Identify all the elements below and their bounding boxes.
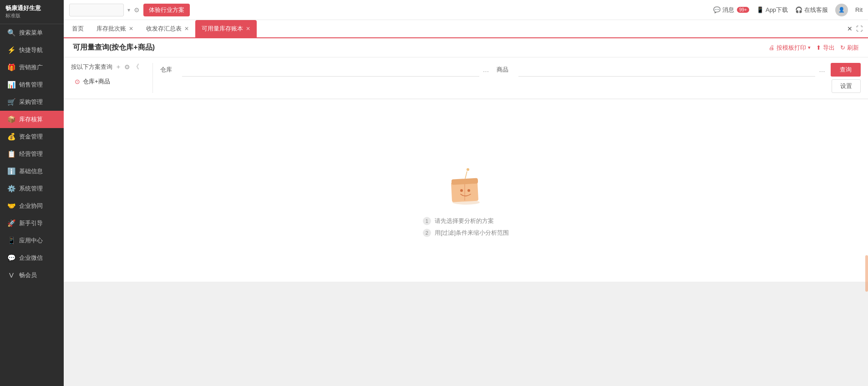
app-icon: 📱 xyxy=(756,6,764,13)
username[interactable]: Rit xyxy=(855,6,863,13)
sidebar-item-operation[interactable]: 📋经营管理 xyxy=(0,145,64,163)
filter-warehouse-field: 仓库 … xyxy=(160,63,489,77)
tab-batch-close-icon[interactable]: ✕ xyxy=(129,26,133,32)
tab-batch[interactable]: 库存批次账 ✕ xyxy=(90,20,140,38)
service-button[interactable]: 🎧 在线客服 xyxy=(795,6,828,14)
topbar-right: 💬 消息 99+ 📱 App下载 🎧 在线客服 👤 Rit xyxy=(713,4,863,16)
empty-state: 1 请先选择要分析的方案 2 用[过滤]条件来缩小分析范围 xyxy=(64,99,868,282)
sidebar-icon-finance: 💰 xyxy=(7,133,15,141)
print-label: 按模板打印 xyxy=(777,44,806,52)
brand-version: 标准版 xyxy=(5,12,58,19)
hint-num-1: 1 xyxy=(423,217,431,225)
sidebar-item-finance[interactable]: 💰资金管理 xyxy=(0,128,64,145)
add-scheme-icon[interactable]: ＋ xyxy=(115,63,122,71)
svg-point-5 xyxy=(467,189,470,192)
product-input[interactable] xyxy=(518,63,816,77)
window-close-icon[interactable]: ✕ xyxy=(847,25,853,32)
sidebar-label-marketing: 营销推广 xyxy=(19,63,43,72)
service-label: 在线客服 xyxy=(804,6,828,14)
scheme-item[interactable]: ⊙ 仓库+商品 xyxy=(71,75,147,88)
svg-line-6 xyxy=(465,171,467,179)
settings-scheme-icon[interactable]: ⚙ xyxy=(124,63,130,71)
export-btn[interactable]: ⬆ 导出 xyxy=(816,44,835,52)
topbar-gear-icon[interactable]: ⚙ xyxy=(134,6,140,14)
scroll-handle[interactable] xyxy=(865,255,868,292)
avatar[interactable]: 👤 xyxy=(835,4,848,16)
sidebar-label-guide: 新手引导 xyxy=(19,219,43,227)
empty-illustration xyxy=(443,162,489,208)
app-label: App下载 xyxy=(766,6,788,14)
app-download-button[interactable]: 📱 App下载 xyxy=(756,6,788,14)
sidebar-item-sales[interactable]: 📊销售管理 xyxy=(0,76,64,93)
sidebar-item-member[interactable]: V畅会员 xyxy=(0,267,64,284)
page-title: 可用量查询(按仓库+商品) xyxy=(73,43,155,52)
page-header: 可用量查询(按仓库+商品) 🖨 按模板打印 ▾ ⬆ 导出 ↻ 刷新 xyxy=(64,38,868,57)
sidebar-icon-sales: 📊 xyxy=(7,81,15,89)
sidebar-item-guide[interactable]: 🚀新手引导 xyxy=(0,215,64,232)
tab-home[interactable]: 首页 xyxy=(66,20,90,38)
window-maximize-icon[interactable]: ⛶ xyxy=(856,25,863,32)
topbar: ▾ ⚙ 体验行业方案 💬 消息 99+ 📱 App下载 🎧 在线客服 👤 Rit xyxy=(64,0,868,20)
filter-fields: 仓库 … 商品 … xyxy=(153,63,825,93)
sidebar-item-purchase[interactable]: 🛒采购管理 xyxy=(0,93,64,111)
tab-batch-label: 库存批次账 xyxy=(96,25,126,33)
refresh-btn[interactable]: ↻ 刷新 xyxy=(840,44,859,52)
filter-scheme-panel: 按以下方案查询 ＋ ⚙ 《 ⊙ 仓库+商品 xyxy=(71,63,153,93)
sidebar-item-shortcut[interactable]: ⚡快捷导航 xyxy=(0,41,64,59)
sidebar-icon-shortcut: ⚡ xyxy=(7,46,15,54)
settings-button[interactable]: 设置 xyxy=(832,79,861,93)
tab-summary-close-icon[interactable]: ✕ xyxy=(184,26,189,32)
empty-box-svg xyxy=(443,162,489,208)
msg-button[interactable]: 💬 消息 99+ xyxy=(713,6,749,14)
query-button[interactable]: 查询 xyxy=(831,63,861,77)
scheme-item-icon: ⊙ xyxy=(75,78,80,85)
tab-summary[interactable]: 收发存汇总表 ✕ xyxy=(140,20,195,38)
sidebar-item-search[interactable]: 🔍搜索菜单 xyxy=(0,24,64,41)
sidebar-icon-wechat: 💬 xyxy=(7,254,15,262)
print-icon: 🖨 xyxy=(769,44,775,51)
sidebar-label-search: 搜索菜单 xyxy=(19,29,43,37)
sidebar-icon-marketing: 🎁 xyxy=(7,63,15,72)
sidebar: 畅康通好生意 标准版 🔍搜索菜单⚡快捷导航🎁营销推广📊销售管理🛒采购管理📦库存核… xyxy=(0,0,64,386)
sidebar-label-cooperation: 企业协同 xyxy=(19,202,43,210)
sidebar-label-purchase: 采购管理 xyxy=(19,98,43,106)
sidebar-nav: 🔍搜索菜单⚡快捷导航🎁营销推广📊销售管理🛒采购管理📦库存核算💰资金管理📋经营管理… xyxy=(0,24,64,386)
filter-product-field: 商品 … xyxy=(497,63,826,77)
sidebar-icon-cooperation: 🤝 xyxy=(7,202,15,210)
tab-available-close-icon[interactable]: ✕ xyxy=(246,26,250,32)
filter-area: 按以下方案查询 ＋ ⚙ 《 ⊙ 仓库+商品 仓库 … xyxy=(64,57,868,98)
print-chevron-icon: ▾ xyxy=(808,45,811,51)
tab-available[interactable]: 可用量库存账本 ✕ xyxy=(195,20,257,38)
warehouse-input[interactable] xyxy=(182,63,479,77)
collapse-scheme-icon[interactable]: 《 xyxy=(133,63,139,71)
print-btn[interactable]: 🖨 按模板打印 ▾ xyxy=(769,44,811,52)
sidebar-item-cooperation[interactable]: 🤝企业协同 xyxy=(0,197,64,215)
warehouse-more-icon[interactable]: … xyxy=(483,66,489,73)
sidebar-label-inventory: 库存核算 xyxy=(19,115,43,124)
sidebar-icon-purchase: 🛒 xyxy=(7,98,15,106)
main-content: ▾ ⚙ 体验行业方案 💬 消息 99+ 📱 App下载 🎧 在线客服 👤 Rit… xyxy=(64,0,868,386)
svg-point-4 xyxy=(460,189,463,192)
sidebar-item-system[interactable]: ⚙️系统管理 xyxy=(0,180,64,197)
sidebar-label-member: 畅会员 xyxy=(19,271,37,279)
topbar-chevron-icon[interactable]: ▾ xyxy=(127,7,130,13)
industry-btn[interactable]: 体验行业方案 xyxy=(143,4,190,16)
sidebar-header: 畅康通好生意 标准版 xyxy=(0,0,64,24)
sidebar-item-apps[interactable]: 📱应用中心 xyxy=(0,232,64,249)
sidebar-item-wechat[interactable]: 💬企业微信 xyxy=(0,249,64,267)
sidebar-item-inventory[interactable]: 📦库存核算 xyxy=(0,111,64,128)
filter-row-1: 仓库 … 商品 … xyxy=(160,63,825,77)
topbar-search-input[interactable] xyxy=(69,4,124,16)
sidebar-item-basic[interactable]: ℹ️基础信息 xyxy=(0,163,64,180)
headset-icon: 🎧 xyxy=(795,6,802,13)
sidebar-label-system: 系统管理 xyxy=(19,185,43,193)
product-more-icon[interactable]: … xyxy=(819,66,825,73)
export-icon: ⬆ xyxy=(816,44,821,51)
empty-hint-2: 2 用[过滤]条件来缩小分析范围 xyxy=(423,229,509,237)
scheme-item-label: 仓库+商品 xyxy=(83,77,110,86)
refresh-label: 刷新 xyxy=(847,44,859,52)
sidebar-label-apps: 应用中心 xyxy=(19,237,43,245)
svg-point-7 xyxy=(467,168,469,171)
sidebar-item-marketing[interactable]: 🎁营销推广 xyxy=(0,59,64,76)
filter-scheme-header: 按以下方案查询 ＋ ⚙ 《 xyxy=(71,63,147,71)
